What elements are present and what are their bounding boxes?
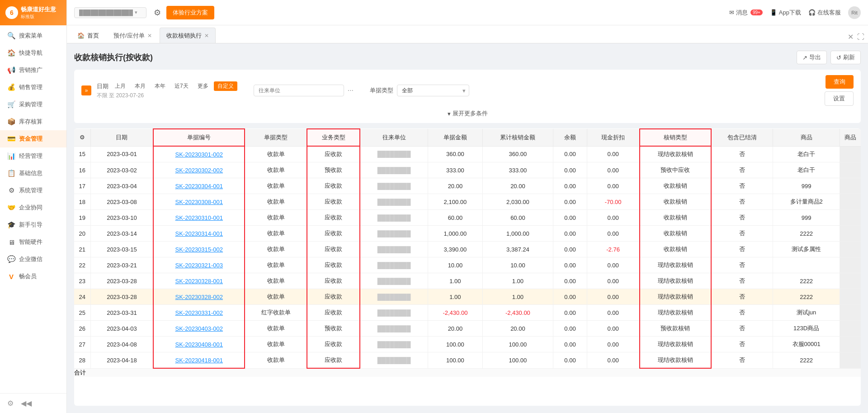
app-download-button[interactable]: 📱 App下载 — [770, 9, 801, 17]
cell-discount: 0.00 — [587, 257, 639, 273]
online-service-button[interactable]: 🎧 在线客服 — [808, 9, 841, 17]
sidebar-item-search[interactable]: 🔍 搜索菜单 — [0, 27, 66, 44]
cell-product2 — [840, 146, 861, 162]
table-row: 17 2023-03-04 SK-20230304-001 收款单 应收款 ██… — [74, 178, 861, 194]
col-product2-header[interactable]: 商品 — [840, 129, 861, 146]
this-month-btn[interactable]: 本月 — [131, 81, 149, 91]
docno-link[interactable]: SK-20230315-002 — [175, 246, 223, 253]
collapse-icon[interactable]: ◀◀ — [21, 399, 32, 408]
sidebar-item-member[interactable]: V 畅会员 — [0, 268, 66, 285]
sidebar-item-purchase[interactable]: 🛒 采购管理 — [0, 96, 66, 113]
docno-link[interactable]: SK-20230308-001 — [175, 199, 223, 205]
user-avatar[interactable]: Rit — [848, 6, 861, 19]
col-doctype-header[interactable]: 单据类型 — [245, 129, 307, 146]
cell-product2 — [840, 305, 861, 321]
cell-docno: SK-20230328-001 — [153, 273, 245, 289]
custom-date-btn[interactable]: 自定义 — [214, 81, 237, 91]
sidebar-item-basic[interactable]: 📋 基础信息 — [0, 165, 66, 182]
docno-link[interactable]: SK-20230301-002 — [175, 151, 223, 158]
message-icon: ✉ — [729, 9, 734, 16]
col-settings-header[interactable]: ⚙ — [74, 129, 90, 146]
col-cleared-header[interactable]: 包含已结清 — [711, 129, 773, 146]
col-partner-header[interactable]: 往来单位 — [360, 129, 428, 146]
setting-button[interactable]: 设置 — [825, 91, 854, 106]
last-7days-btn[interactable]: 近7天 — [171, 81, 192, 91]
cell-amount: 100.00 — [428, 352, 482, 369]
col-discount-header[interactable]: 现金折扣 — [587, 129, 639, 146]
table-row: 20 2023-03-14 SK-20230314-001 收款单 应收款 ██… — [74, 226, 861, 242]
docno-link[interactable]: SK-20230328-001 — [175, 278, 223, 285]
tab-close-writeoff[interactable]: ✕ — [204, 33, 209, 38]
system-icon: ⚙ — [7, 186, 15, 195]
col-writeofftype-header[interactable]: 核销类型 — [640, 129, 711, 146]
messages-button[interactable]: ✉ 消息 99+ — [729, 9, 763, 17]
col-balance-header[interactable]: 余额 — [553, 129, 587, 146]
cell-docno: SK-20230328-002 — [153, 289, 245, 305]
docno-link[interactable]: SK-20230314-001 — [175, 230, 223, 237]
filter-toggle-button[interactable]: » — [81, 85, 91, 95]
sidebar-item-sales[interactable]: 💰 销售管理 — [0, 79, 66, 96]
sidebar-item-quicknav[interactable]: 🏠 快捷导航 — [0, 44, 66, 62]
docno-link[interactable]: SK-20230321-003 — [175, 262, 223, 269]
col-biztype-header[interactable]: 业务类型 — [307, 129, 360, 146]
docno-link[interactable]: SK-20230331-002 — [175, 309, 223, 316]
tab-prepay[interactable]: 预付/应付单 ✕ — [107, 28, 159, 43]
guide-icon: 🎓 — [7, 221, 15, 229]
cell-product1: 多计量商品2 — [773, 194, 840, 210]
sidebar-item-system[interactable]: ⚙ 系统管理 — [0, 182, 66, 199]
sidebar-item-guide[interactable]: 🎓 新手引导 — [0, 216, 66, 233]
doc-type-select[interactable]: 全部 收款单 — [397, 85, 469, 96]
expand-more-button[interactable]: ▾ 展开更多条件 — [448, 109, 488, 118]
docno-link[interactable]: SK-20230418-001 — [175, 357, 223, 364]
more-date-btn[interactable]: 更多 — [194, 81, 212, 91]
cell-doctype: 收款单 — [245, 226, 307, 242]
docno-link[interactable]: SK-20230408-001 — [175, 341, 223, 348]
date-filter: 日期 上月 本月 本年 近7天 更多 自定义 不限 至 2023-07-26 — [97, 81, 237, 100]
last-month-btn[interactable]: 上月 — [111, 81, 129, 91]
cell-product1: 老白干 — [773, 146, 840, 162]
cell-cleared: 否 — [711, 162, 773, 178]
settings-icon[interactable]: ⚙ — [154, 8, 161, 18]
sidebar-item-hardware[interactable]: 🖥 智能硬件 — [0, 233, 66, 251]
export-button[interactable]: ↗ 导出 — [797, 51, 827, 64]
settings-footer-icon[interactable]: ⚙ — [7, 399, 14, 408]
sidebar-item-business[interactable]: 📊 经营管理 — [0, 147, 66, 165]
docno-link[interactable]: SK-20230328-002 — [175, 294, 223, 300]
solution-button[interactable]: 体验行业方案 — [166, 6, 214, 19]
this-year-btn[interactable]: 本年 — [151, 81, 169, 91]
sidebar-item-marketing[interactable]: 📢 营销推广 — [0, 62, 66, 79]
cell-product2 — [840, 352, 861, 369]
cell-product2 — [840, 321, 861, 337]
col-date-header[interactable]: 日期 — [90, 129, 153, 146]
close-tab-icon[interactable]: ✕ — [848, 33, 854, 41]
sidebar-item-finance[interactable]: 💳 资金管理 — [0, 130, 66, 147]
tab-close-prepay[interactable]: ✕ — [147, 33, 152, 38]
col-amount-header[interactable]: 单据金额 — [428, 129, 482, 146]
col-writeoff-header[interactable]: 累计核销金额 — [482, 129, 553, 146]
sidebar-item-inventory[interactable]: 📦 库存核算 — [0, 113, 66, 130]
docno-link[interactable]: SK-20230403-002 — [175, 325, 223, 332]
sidebar-item-wechat[interactable]: 💬 企业微信 — [0, 251, 66, 268]
maximize-icon[interactable]: ⛶ — [857, 33, 864, 41]
tab-home[interactable]: 🏠 首页 — [71, 28, 106, 43]
partner-input[interactable] — [254, 85, 344, 96]
tab-writeoff[interactable]: 收款核销执行 ✕ — [160, 28, 216, 43]
table-row: 15 2023-03-01 SK-20230301-002 收款单 应收款 ██… — [74, 146, 861, 162]
cell-product1: 999 — [773, 178, 840, 194]
table-row: 26 2023-04-03 SK-20230403-002 收款单 预收款 ██… — [74, 321, 861, 337]
expand-more-row: ▾ 展开更多条件 — [81, 109, 854, 118]
refresh-button[interactable]: ↺ 刷新 — [830, 51, 861, 64]
cell-no: 15 — [74, 146, 90, 162]
cell-doctype: 收款单 — [245, 178, 307, 194]
store-selector[interactable]: ██████████████ ▾ — [74, 7, 146, 18]
sidebar-item-corp[interactable]: 🤝 企业协同 — [0, 199, 66, 216]
col-docno-header[interactable]: 单据编号 — [153, 129, 245, 146]
cell-partner: ████████ — [360, 305, 428, 321]
docno-link[interactable]: SK-20230304-001 — [175, 183, 223, 190]
cell-writeoff: 20.00 — [482, 178, 553, 194]
docno-link[interactable]: SK-20230302-002 — [175, 167, 223, 174]
col-product1-header[interactable]: 商品 — [773, 129, 840, 146]
docno-link[interactable]: SK-20230310-001 — [175, 214, 223, 221]
cell-date: 2023-03-04 — [90, 178, 153, 194]
query-button[interactable]: 查询 — [826, 75, 854, 89]
